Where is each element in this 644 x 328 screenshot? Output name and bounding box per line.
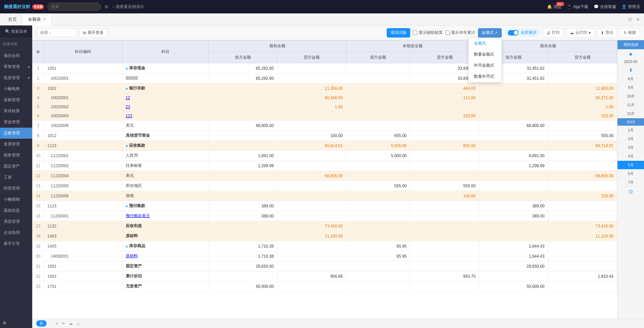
sidebar-bottom-settings[interactable]: ⚙	[0, 318, 32, 328]
expand-more-btn[interactable]: ⊕ 展开更多	[79, 28, 107, 38]
status-triangle[interactable]: △	[77, 321, 79, 326]
account-name-link[interactable]: 12	[126, 95, 130, 100]
sidebar-search[interactable]: 🔍 搜索菜单	[0, 25, 32, 38]
sidebar-item-assets[interactable]: 固定资产	[0, 161, 32, 172]
pb-debit: 389.00	[208, 201, 277, 211]
period-4[interactable]: 4月	[618, 152, 644, 161]
tab-close-icon[interactable]: ✕	[43, 17, 46, 21]
sidebar-item-invoice[interactable]: 发票管理	[0, 139, 32, 150]
sidebar-item-corporate[interactable]: 企业协同	[0, 227, 32, 238]
status-lang-btn[interactable]: 英	[36, 320, 47, 327]
expand-icon[interactable]: ▴	[126, 66, 128, 70]
status-edit[interactable]: ✏	[62, 321, 65, 326]
period-2023[interactable]: 2023	[618, 118, 644, 126]
period-10[interactable]: 10月	[618, 92, 644, 101]
sidebar-item-retail[interactable]: 零售管理 ▾	[0, 61, 32, 72]
sidebar: 🔍 搜索菜单 快捷导航 项目合同 零售管理 ▾ 批发管理 ▾ 小畅电商 采购管理…	[0, 25, 32, 328]
sidebar-item-sales[interactable]: 小畅报销	[0, 194, 32, 205]
period-8[interactable]: 8月	[618, 75, 644, 83]
sidebar-item-basic[interactable]: 基础信息	[0, 205, 32, 216]
pe-credit	[548, 151, 617, 161]
sidebar-item-project[interactable]: 项目合同	[0, 50, 32, 61]
menu-item-foreign-amount[interactable]: 外币金额式	[469, 60, 501, 71]
return-old-btn[interactable]: 退回旧版	[387, 28, 410, 38]
online-service-btn[interactable]: 💬 在线客服	[594, 4, 616, 10]
cp-credit: 953.75	[410, 271, 479, 281]
period-3[interactable]: 3月	[618, 143, 644, 152]
ytd-checkbox-input[interactable]	[445, 30, 450, 35]
period-12[interactable]: 12月	[618, 110, 644, 118]
status-e[interactable]: ℯ	[56, 321, 58, 326]
period-item-up-arrow2[interactable]: ⬆	[618, 66, 644, 75]
account-name-link[interactable]: 预付账款美元	[126, 213, 150, 218]
row-number: 5	[33, 103, 44, 112]
menu-item-qty-foreign[interactable]: 数量外币式	[469, 71, 501, 82]
show-aux-checkbox[interactable]: 显示辅助核算	[413, 30, 443, 36]
status-more[interactable]: ⋯	[84, 321, 87, 326]
status-cloud[interactable]: ☁	[69, 321, 73, 326]
period-9[interactable]: 9月	[618, 83, 644, 92]
expand-icon[interactable]: ▴	[126, 203, 128, 208]
app-download-btn[interactable]: 📱 App下载	[567, 4, 588, 10]
tab-yue[interactable]: 余额表 ✕	[22, 13, 52, 25]
period-1[interactable]: 1月	[618, 126, 644, 135]
period-nav-down[interactable]: ⊙	[618, 187, 644, 196]
period-6[interactable]: 6月	[618, 170, 644, 178]
row-number: 23	[33, 281, 44, 291]
period-nav-up[interactable]: ▲	[618, 49, 644, 58]
expand-icon[interactable]: ▴	[126, 143, 128, 148]
period-5[interactable]: 5月	[618, 161, 644, 170]
th-settings[interactable]: ⚙	[33, 41, 44, 63]
period-2[interactable]: 2月	[618, 135, 644, 143]
pe-debit: 389.00	[479, 211, 548, 221]
notification-btn[interactable]: 🔔 消息 99+	[547, 4, 561, 10]
sidebar-item-inventory[interactable]: 库存核算	[0, 106, 32, 117]
th-period-begin: 期初余额	[208, 41, 346, 52]
account-name-link[interactable]: 原材料	[126, 254, 138, 258]
account-name-cell: 其他货币资金	[122, 131, 208, 141]
account-name-link[interactable]: 23	[126, 105, 130, 109]
sidebar-item-payroll[interactable]: 工资	[0, 172, 32, 183]
window-close-btn[interactable]: ✕	[635, 16, 641, 23]
window-restore-btn[interactable]: ⊡	[627, 16, 633, 23]
cp-credit	[410, 211, 479, 221]
demo-link[interactable]: ○ 我要看实例演示	[112, 4, 144, 10]
expand-icon[interactable]: ▴	[126, 244, 128, 248]
export-btn[interactable]: ⬇ 导出	[597, 28, 617, 38]
sidebar-item-tax[interactable]: 税务管理	[0, 150, 32, 161]
cloud-print-btn[interactable]: ☁ 云打印 ▾	[566, 28, 594, 38]
sidebar-item-operations[interactable]: 经营管理	[0, 183, 32, 194]
expand-all-toggle[interactable]: 全部展开	[504, 29, 540, 37]
account-name-cell: ▴库存商品	[122, 241, 208, 251]
sidebar-item-ledger[interactable]: 总账管理	[0, 128, 32, 139]
settings-gear-icon[interactable]: ⚙	[3, 321, 6, 325]
sidebar-item-ecommerce[interactable]: 小畅电商	[0, 83, 32, 94]
aux-checkbox-input[interactable]	[413, 30, 417, 35]
print-btn[interactable]: 🖨 打印	[543, 28, 564, 38]
amount-mode-btn[interactable]: 金额式 ∧	[478, 28, 502, 38]
period-7[interactable]: 7月	[618, 178, 644, 187]
tab-home[interactable]: 首页	[3, 13, 22, 25]
refresh-btn[interactable]: ↻ 刷新	[620, 28, 640, 38]
period-11[interactable]: 11月	[618, 101, 644, 110]
period-item-2023-05[interactable]: 2023.05	[618, 58, 644, 66]
menu-item-qty-amount[interactable]: 数量金额式	[469, 49, 501, 60]
sidebar-item-finance[interactable]: 资金管理	[0, 117, 32, 128]
user-avatar[interactable]: 👤 管理员	[622, 4, 640, 10]
settings-icon[interactable]: ⚙	[104, 4, 109, 9]
sidebar-item-newbie[interactable]: 新手引导	[0, 238, 32, 249]
sidebar-item-system[interactable]: 系统管理	[0, 216, 32, 227]
menu-item-amount[interactable]: 金额式	[469, 38, 501, 49]
amount-mode-dropdown[interactable]: 金额式 ∧ 金额式 数量金额式 外币金额式 数量外币式	[478, 28, 502, 38]
pb-credit	[277, 251, 346, 261]
sidebar-item-wholesale[interactable]: 批发管理 ▾	[0, 72, 32, 83]
expand-icon[interactable]: ▴	[126, 86, 128, 90]
global-search-input[interactable]	[47, 3, 101, 11]
pb-credit	[277, 161, 346, 171]
chevron-icon: ▾	[28, 76, 30, 80]
table-row: 2 10010001 回回回 65,282.60 33,830.98 31,45…	[33, 73, 617, 83]
sidebar-item-purchase[interactable]: 采购管理	[0, 94, 32, 106]
account-name-link[interactable]: 122	[126, 114, 132, 118]
show-ytd-checkbox[interactable]: 显示本年累计	[445, 30, 475, 36]
pe-debit	[479, 141, 548, 151]
